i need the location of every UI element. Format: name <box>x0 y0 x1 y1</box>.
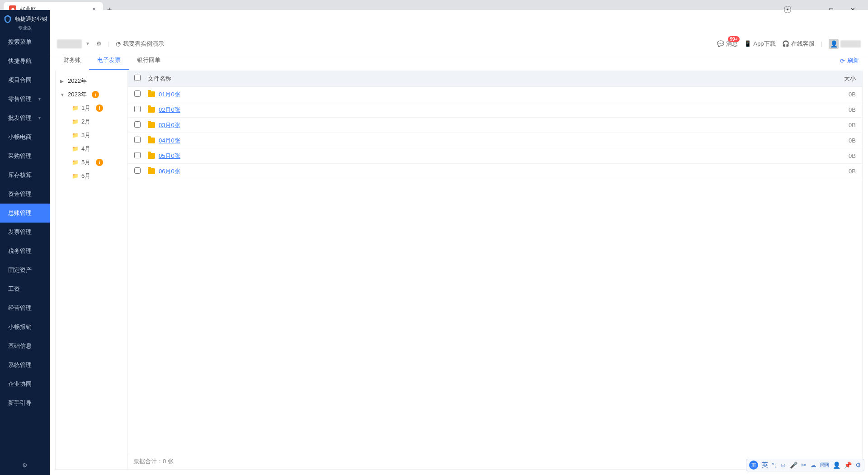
online-service-button[interactable]: 🎧 在线客服 <box>782 40 815 48</box>
gear-icon[interactable]: ⚙ <box>96 40 102 47</box>
table-row: 01月0张0B <box>128 87 862 102</box>
edition-text: 专业版 <box>18 25 32 31</box>
headset-icon: 🎧 <box>782 40 789 47</box>
ime-emoji-icon[interactable]: ☺ <box>780 461 786 469</box>
app-download-button[interactable]: 📱 App下载 <box>744 40 775 48</box>
sidebar-item-19[interactable]: 新手引导 <box>0 394 50 413</box>
row-checkbox[interactable] <box>134 106 141 112</box>
ime-pin-icon[interactable]: 📌 <box>844 461 852 469</box>
folder-outline-icon: 📁 <box>72 146 79 152</box>
folder-icon <box>148 122 155 128</box>
sidebar-item-13[interactable]: 工资 <box>0 280 50 299</box>
ime-lang[interactable]: 英 <box>762 461 768 469</box>
sidebar-item-9[interactable]: 总账管理 <box>0 204 50 223</box>
row-checkbox[interactable] <box>134 121 141 128</box>
ime-person-icon[interactable]: 👤 <box>833 461 840 469</box>
sidebar-item-4[interactable]: 批发管理▼ <box>0 109 50 128</box>
sidebar-item-10[interactable]: 发票管理 <box>0 223 50 242</box>
close-icon[interactable]: × <box>110 38 113 45</box>
table-row: 02月0张0B <box>128 102 862 118</box>
sidebar-item-11[interactable]: 税务管理 <box>0 242 50 261</box>
collapse-icon: ▼ <box>60 92 66 97</box>
table-row: 03月0张0B <box>128 118 862 133</box>
sidebar-item-5[interactable]: 小畅电商 <box>0 128 50 147</box>
sidebar-item-2[interactable]: 项目合同 <box>0 71 50 90</box>
sidebar-item-3[interactable]: 零售管理▼ <box>0 90 50 109</box>
tree-month-2[interactable]: 📁2月 <box>56 115 127 128</box>
tree-month-3[interactable]: 📁3月 <box>56 128 127 142</box>
row-checkbox[interactable] <box>134 152 141 158</box>
tree-year-2022[interactable]: ▶ 2022年 <box>56 74 127 88</box>
folder-icon <box>148 107 155 113</box>
sidebar-item-12[interactable]: 固定资产 <box>0 261 50 280</box>
select-all-checkbox[interactable] <box>134 75 141 81</box>
tree-month-6[interactable]: 📁6月 <box>56 169 127 183</box>
panel: ▶ 2022年 ▼ 2023年 i 📁1月i📁2月📁3月📁4月📁5月i📁6月 <box>55 71 863 470</box>
sidebar-item-8[interactable]: 资金管理 <box>0 185 50 204</box>
sidebar-item-14[interactable]: 经营管理 <box>0 299 50 318</box>
file-table: 文件名称 大小 01月0张0B02月0张0B03月0张0B04月0张0B05月0… <box>128 71 862 469</box>
folder-outline-icon: 📁 <box>72 105 79 111</box>
tree-month-5[interactable]: 📁5月i <box>56 156 127 169</box>
org-name-blurred <box>57 39 82 48</box>
sidebar-item-6[interactable]: 采购管理 <box>0 147 50 166</box>
col-size: 大小 <box>820 75 856 83</box>
alert-dot-icon: i <box>92 91 99 98</box>
ime-settings-icon[interactable]: ⚙ <box>855 461 861 469</box>
ime-toolbar[interactable]: 王 英 °; ☺ 🎤 ✂ ☁ ⌨ 👤 📌 ⚙ <box>746 459 864 471</box>
folder-outline-icon: 📁 <box>72 119 79 125</box>
file-link[interactable]: 06月0张 <box>159 167 180 176</box>
refresh-icon: ⟳ <box>840 57 845 64</box>
file-size: 0B <box>820 168 856 175</box>
alert-dot-icon: i <box>96 159 103 166</box>
tree-year-2023[interactable]: ▼ 2023年 i <box>56 88 127 101</box>
refresh-button[interactable]: ⟳ 刷新 <box>836 57 863 65</box>
ime-cloud-icon[interactable]: ☁ <box>810 461 816 469</box>
chevron-down-icon: ▼ <box>38 116 42 120</box>
org-selector[interactable]: ▼ <box>57 39 90 48</box>
file-size: 0B <box>820 91 856 98</box>
tab-close-icon[interactable]: × <box>90 5 98 13</box>
demo-link[interactable]: ◔ 我要看实例演示 <box>116 40 164 48</box>
sidebar-item-16[interactable]: 基础信息 <box>0 337 50 356</box>
brand-text: 畅捷通好业财 <box>15 15 47 23</box>
sidebar-item-17[interactable]: 系统管理 <box>0 356 50 375</box>
file-size: 0B <box>820 137 856 144</box>
sidebar-item-1[interactable]: 快捷导航 <box>0 52 50 71</box>
folder-outline-icon: 📁 <box>72 173 79 179</box>
row-checkbox[interactable] <box>134 137 141 143</box>
row-checkbox[interactable] <box>134 90 141 97</box>
folder-icon <box>148 168 155 174</box>
tree-month-4[interactable]: 📁4月 <box>56 142 127 156</box>
row-checkbox[interactable] <box>134 167 141 174</box>
expand-icon: ▶ <box>60 79 66 84</box>
file-link[interactable]: 02月0张 <box>159 106 180 114</box>
file-link[interactable]: 05月0张 <box>159 152 180 160</box>
avatar: 👤 <box>829 39 839 49</box>
chevron-down-icon: ▼ <box>85 41 90 46</box>
table-row: 05月0张0B <box>128 148 862 164</box>
ime-punct-icon[interactable]: °; <box>772 461 776 469</box>
sidebar-item-18[interactable]: 企业协同 <box>0 375 50 394</box>
file-link[interactable]: 04月0张 <box>159 137 180 145</box>
user-menu[interactable]: 👤 <box>829 39 861 49</box>
ime-voice-icon[interactable]: 🎤 <box>790 461 797 469</box>
col-filename: 文件名称 <box>148 75 820 83</box>
message-icon: 💬 <box>717 40 724 47</box>
chevron-down-icon: ▼ <box>38 97 42 101</box>
ime-logo-icon[interactable]: 王 <box>749 461 758 470</box>
file-link[interactable]: 03月0张 <box>159 121 180 129</box>
alert-dot-icon: i <box>96 104 103 112</box>
ime-keyboard-icon[interactable]: ⌨ <box>820 461 829 469</box>
main-area: ▼ ⚙ | ◔ 我要看实例演示 💬 消息 99+ 📱 App下载 🎧 在线客服 <box>50 10 868 475</box>
messages-button[interactable]: 💬 消息 99+ <box>717 40 738 48</box>
table-row: 06月0张0B <box>128 164 862 179</box>
sidebar-item-15[interactable]: 小畅报销 <box>0 318 50 337</box>
sidebar-item-7[interactable]: 库存核算 <box>0 166 50 185</box>
sidebar-settings-icon[interactable]: ⚙ <box>0 455 50 475</box>
table-header: 文件名称 大小 <box>128 71 862 87</box>
sidebar-item-0[interactable]: 搜索菜单 <box>0 33 50 52</box>
ime-scissors-icon[interactable]: ✂ <box>801 461 807 469</box>
file-link[interactable]: 01月0张 <box>159 90 180 99</box>
tree-month-1[interactable]: 📁1月i <box>56 101 127 115</box>
